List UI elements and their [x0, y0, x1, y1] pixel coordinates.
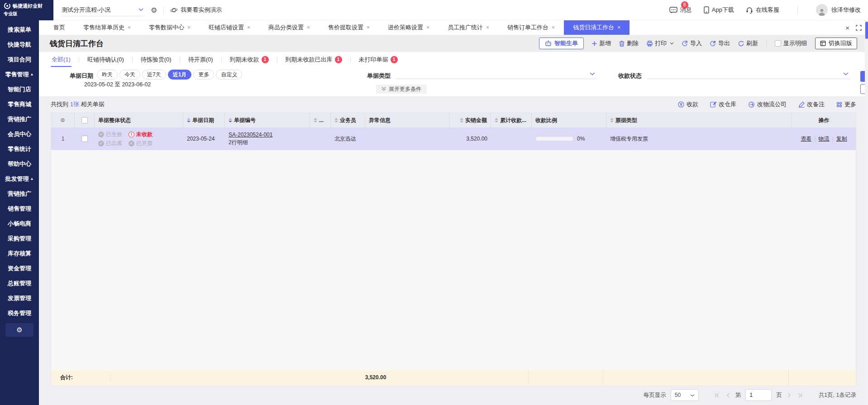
- print-button[interactable]: 打印: [647, 39, 674, 47]
- col-amount[interactable]: 实销金额: [449, 113, 491, 127]
- copy-link[interactable]: 复制: [834, 135, 850, 143]
- col-salesman[interactable]: 业务员: [331, 113, 365, 127]
- row-checkbox[interactable]: [75, 136, 95, 142]
- doc-no-link[interactable]: SA-20230524-001: [229, 132, 272, 138]
- online-service-button[interactable]: 在线客服: [746, 6, 779, 14]
- close-icon[interactable]: ×: [128, 24, 131, 31]
- sidebar-item-ecommerce[interactable]: 小畅电商: [0, 216, 39, 231]
- checkbox-icon[interactable]: [81, 117, 88, 123]
- sidebar-settings-gear-icon[interactable]: ⚙: [5, 323, 33, 337]
- filter-tab-pending-confirm[interactable]: 旺铺待确认(0): [86, 52, 126, 67]
- change-warehouse-button[interactable]: 改仓库: [710, 100, 736, 108]
- close-icon[interactable]: ×: [187, 24, 191, 31]
- app-download-button[interactable]: App下载: [704, 6, 734, 14]
- date-range-value[interactable]: 2023-05-02 至 2023-06-02: [84, 81, 151, 89]
- col-invoice-type[interactable]: 票据类型: [606, 113, 792, 127]
- close-all-tabs-icon[interactable]: ×: [845, 24, 849, 32]
- page-number-input[interactable]: [745, 389, 772, 401]
- tab-cash-goods-workbench[interactable]: 钱货日清工作台×: [564, 20, 630, 35]
- user-menu[interactable]: 徐泽华修改: [816, 4, 861, 16]
- tab-retail-data-center[interactable]: 零售数据中心×: [140, 20, 200, 35]
- scrollbar-thumb[interactable]: [865, 22, 868, 39]
- close-icon[interactable]: ×: [367, 24, 370, 31]
- sidebar-item-funds[interactable]: 资金管理: [0, 261, 39, 276]
- tab-product-category[interactable]: 商品分类设置×: [259, 20, 319, 35]
- change-logistics-button[interactable]: 改物流公司: [748, 100, 787, 108]
- show-detail-checkbox[interactable]: 显示明细: [775, 39, 807, 47]
- sidebar-item-retail-mall[interactable]: 零售商城: [0, 97, 39, 112]
- fullscreen-icon[interactable]: [856, 25, 862, 31]
- messages-button[interactable]: 消息 8: [669, 6, 692, 14]
- smart-generate-button[interactable]: 智能生单: [539, 38, 584, 49]
- first-page-icon[interactable]: [714, 393, 721, 398]
- sidebar-item-marketing[interactable]: 营销推广: [0, 112, 39, 127]
- sidebar-group-wholesale[interactable]: 批发管理▲: [0, 171, 39, 186]
- demo-link[interactable]: 我要看实例演示: [170, 6, 222, 14]
- filter-tab-unprinted[interactable]: 未打印单据1: [357, 52, 400, 67]
- sidebar-item-help-center[interactable]: 帮助中心: [0, 156, 39, 171]
- date-pill-yesterday[interactable]: 昨天: [97, 70, 118, 80]
- view-link[interactable]: 查看: [798, 135, 814, 143]
- sidebar-item-marketing-2[interactable]: 营销推广: [0, 186, 39, 201]
- tab-shop-settings[interactable]: 旺铺店铺设置×: [200, 20, 259, 35]
- sidebar-item-member-center[interactable]: 会员中心: [0, 127, 39, 141]
- col-doc-date[interactable]: 单据日期: [183, 113, 225, 127]
- next-page-icon[interactable]: [787, 393, 792, 398]
- tab-retail-settlement-history[interactable]: 零售结算单历史×: [74, 20, 140, 35]
- filter-tab-due-unpaid-shipped[interactable]: 到期未收款已出库1: [284, 52, 344, 67]
- date-pill-custom[interactable]: 自定义: [216, 70, 242, 80]
- close-icon[interactable]: ×: [486, 24, 489, 31]
- tab-staff-promo-stats[interactable]: 员工推广统计×: [439, 20, 498, 35]
- close-icon[interactable]: ×: [247, 24, 250, 31]
- change-remark-button[interactable]: 改备注: [798, 100, 825, 108]
- tab-purchase-price-strategy[interactable]: 进价策略设置×: [379, 20, 439, 35]
- company-selector[interactable]: 测试分开流程-小况: [61, 4, 144, 16]
- close-icon[interactable]: ×: [552, 24, 555, 31]
- close-icon[interactable]: ×: [617, 24, 620, 31]
- sidebar-item-purchase[interactable]: 采购管理: [0, 231, 39, 246]
- col-overall-status[interactable]: 单据整体状态: [95, 113, 183, 127]
- expand-more-conditions[interactable]: 展开更多条件: [376, 85, 427, 94]
- collect-payment-button[interactable]: 收款: [678, 100, 698, 108]
- filter-tab-pending-pick[interactable]: 待拣验货(0): [139, 52, 173, 67]
- sidebar-item-smart-store[interactable]: 智能门店: [0, 82, 39, 97]
- date-pill-today[interactable]: 今天: [119, 70, 140, 80]
- sidebar-item-sales-mgmt[interactable]: 销售管理: [0, 201, 39, 216]
- filter-tab-all[interactable]: 全部(1): [50, 52, 72, 67]
- delete-button[interactable]: 删除: [619, 39, 639, 47]
- close-icon[interactable]: ×: [307, 24, 310, 31]
- table-row[interactable]: 1 ✓已生效 !未收款 ✓已出库 ✓已开票 2023-05-24: [51, 127, 856, 150]
- sidebar-item-inventory[interactable]: 库存核算: [0, 246, 39, 261]
- import-button[interactable]: 导入: [682, 39, 702, 47]
- date-pill-7days[interactable]: 近7天: [142, 70, 166, 80]
- refresh-button[interactable]: 刷新: [738, 39, 758, 47]
- more-actions-button[interactable]: 更多: [836, 100, 856, 108]
- tab-sales-order-workbench[interactable]: 销售订单工作台×: [498, 20, 564, 35]
- vertical-scrollbar[interactable]: [865, 20, 868, 405]
- sidebar-item-retail-stats[interactable]: 零售统计: [0, 141, 39, 156]
- prev-page-icon[interactable]: [725, 393, 731, 398]
- sidebar-item-search-menu[interactable]: 搜索菜单: [0, 22, 39, 37]
- col-ellipsis[interactable]: ...: [310, 113, 331, 127]
- tab-price-extract[interactable]: 售价提取设置×: [319, 20, 379, 35]
- logistics-link[interactable]: 物流: [816, 135, 832, 143]
- checkbox-icon[interactable]: [775, 40, 781, 47]
- col-ratio[interactable]: 收款比例: [532, 113, 606, 127]
- switch-old-version-button[interactable]: 切换旧版: [815, 38, 857, 49]
- date-pill-1month[interactable]: 近1月: [168, 70, 192, 80]
- column-settings-gear-icon[interactable]: ⚙: [51, 113, 75, 127]
- last-page-icon[interactable]: [796, 393, 803, 398]
- col-error-info[interactable]: 异常信息: [365, 113, 449, 127]
- close-icon[interactable]: ×: [426, 24, 429, 31]
- date-pill-more[interactable]: 更多: [193, 70, 214, 80]
- col-cumulative[interactable]: 累计收款...: [491, 113, 532, 127]
- sidebar-group-retail[interactable]: 零售管理▲: [0, 67, 39, 82]
- payment-status-select[interactable]: [648, 68, 850, 79]
- filter-tab-pending-invoice[interactable]: 待开票(0): [186, 52, 215, 67]
- col-doc-no[interactable]: 单据编号: [225, 113, 310, 127]
- sidebar-item-ledger[interactable]: 总账管理: [0, 276, 39, 291]
- doc-type-select[interactable]: [396, 68, 597, 79]
- select-all-checkbox[interactable]: [75, 113, 95, 127]
- sidebar-item-invoice[interactable]: 发票管理: [0, 291, 39, 306]
- tab-home[interactable]: 首页: [44, 20, 74, 35]
